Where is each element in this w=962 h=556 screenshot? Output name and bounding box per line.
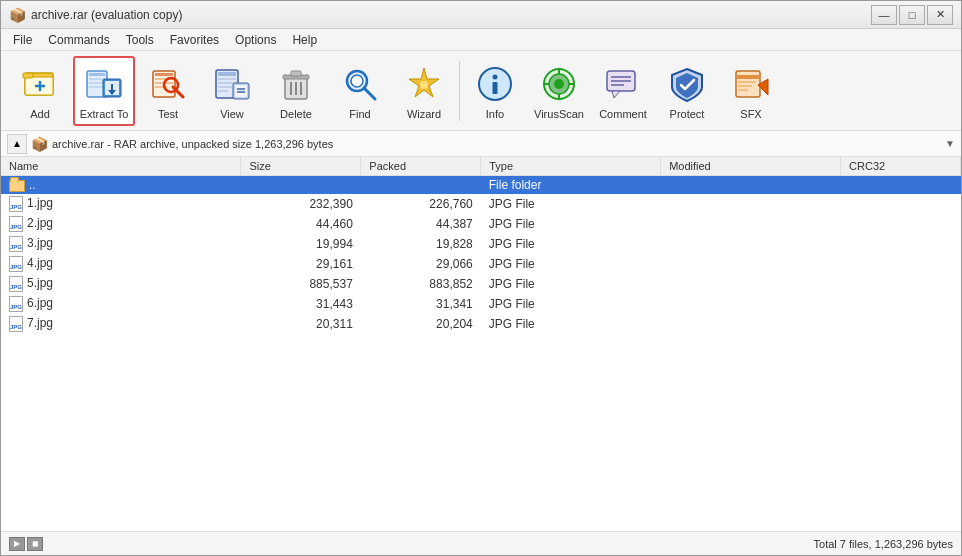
table-row[interactable]: JPG7.jpg20,31120,204JPG File xyxy=(1,314,961,334)
cell-type: File folder xyxy=(481,176,661,195)
delete-label: Delete xyxy=(280,108,312,120)
cell-packed: 883,852 xyxy=(361,274,481,294)
svg-rect-24 xyxy=(218,86,232,88)
cell-name: JPG5.jpg xyxy=(1,274,241,294)
cell-packed: 226,760 xyxy=(361,194,481,214)
menu-commands[interactable]: Commands xyxy=(40,31,117,49)
menu-bar: File Commands Tools Favorites Options He… xyxy=(1,29,961,51)
cell-packed: 31,341 xyxy=(361,294,481,314)
cell-crc32 xyxy=(841,194,961,214)
cell-modified xyxy=(661,314,841,334)
app-icon: 📦 xyxy=(9,7,25,23)
table-row[interactable]: JPG4.jpg29,16129,066JPG File xyxy=(1,254,961,274)
table-row[interactable]: JPG1.jpg232,390226,760JPG File xyxy=(1,194,961,214)
toolbar-sfx-button[interactable]: SFX xyxy=(720,56,782,126)
table-header-row: Name Size Packed Type Modified CRC32 xyxy=(1,157,961,176)
status-left: ▶ ◼ xyxy=(9,537,43,551)
col-header-size[interactable]: Size xyxy=(241,157,361,176)
cell-size: 885,537 xyxy=(241,274,361,294)
status-text: Total 7 files, 1,263,296 bytes xyxy=(814,538,953,550)
svg-point-40 xyxy=(420,81,428,89)
toolbar-separator-1 xyxy=(459,61,460,121)
cell-packed: 44,387 xyxy=(361,214,481,234)
svg-rect-56 xyxy=(736,71,760,97)
svg-rect-27 xyxy=(235,85,247,97)
minimize-button[interactable]: — xyxy=(871,5,897,25)
jpg-file-icon: JPG xyxy=(9,276,23,292)
svg-rect-6 xyxy=(89,73,105,76)
svg-point-46 xyxy=(554,79,564,89)
info-icon xyxy=(473,62,517,106)
col-header-name[interactable]: Name xyxy=(1,157,241,176)
title-buttons: — □ ✕ xyxy=(871,5,953,25)
wizard-icon xyxy=(402,62,446,106)
table-row[interactable]: JPG2.jpg44,46044,387JPG File xyxy=(1,214,961,234)
cell-modified xyxy=(661,234,841,254)
comment-label: Comment xyxy=(599,108,647,120)
toolbar-find-button[interactable]: Find xyxy=(329,56,391,126)
cell-size: 44,460 xyxy=(241,214,361,234)
cell-type: JPG File xyxy=(481,294,661,314)
col-header-modified[interactable]: Modified xyxy=(661,157,841,176)
cell-type: JPG File xyxy=(481,314,661,334)
cell-modified xyxy=(661,254,841,274)
svg-rect-2 xyxy=(23,73,33,78)
close-button[interactable]: ✕ xyxy=(927,5,953,25)
add-label: Add xyxy=(30,108,50,120)
cell-size: 19,994 xyxy=(241,234,361,254)
jpg-file-icon: JPG xyxy=(9,196,23,212)
address-dropdown-icon[interactable]: ▼ xyxy=(945,138,955,149)
cell-modified xyxy=(661,194,841,214)
menu-favorites[interactable]: Favorites xyxy=(162,31,227,49)
main-window: 📦 archive.rar (evaluation copy) — □ ✕ Fi… xyxy=(0,0,962,556)
cell-modified xyxy=(661,274,841,294)
toolbar-virusscan-button[interactable]: VirusScan xyxy=(528,56,590,126)
toolbar-protect-button[interactable]: Protect xyxy=(656,56,718,126)
extract-icon xyxy=(82,62,126,106)
cell-modified xyxy=(661,294,841,314)
svg-point-42 xyxy=(493,74,498,79)
table-row[interactable]: JPG5.jpg885,537883,852JPG File xyxy=(1,274,961,294)
menu-tools[interactable]: Tools xyxy=(118,31,162,49)
menu-file[interactable]: File xyxy=(5,31,40,49)
toolbar-test-button[interactable]: Test xyxy=(137,56,199,126)
nav-up-button[interactable]: ▲ xyxy=(7,134,27,154)
toolbar-comment-button[interactable]: Comment xyxy=(592,56,654,126)
toolbar-info-button[interactable]: Info xyxy=(464,56,526,126)
toolbar-extract-button[interactable]: Extract To xyxy=(73,56,135,126)
col-header-packed[interactable]: Packed xyxy=(361,157,481,176)
cell-packed xyxy=(361,176,481,195)
table-row[interactable]: JPG3.jpg19,99419,828JPG File xyxy=(1,234,961,254)
cell-name: JPG4.jpg xyxy=(1,254,241,274)
table-row[interactable]: JPG6.jpg31,44331,341JPG File xyxy=(1,294,961,314)
col-header-type[interactable]: Type xyxy=(481,157,661,176)
toolbar-delete-button[interactable]: Delete xyxy=(265,56,327,126)
svg-rect-22 xyxy=(218,78,236,80)
cell-name: .. xyxy=(1,176,241,195)
find-label: Find xyxy=(349,108,370,120)
col-header-crc32[interactable]: CRC32 xyxy=(841,157,961,176)
svg-rect-57 xyxy=(736,75,760,79)
extract-label: Extract To xyxy=(80,108,129,120)
window-title: archive.rar (evaluation copy) xyxy=(31,8,182,22)
folder-icon xyxy=(9,180,25,192)
address-archive-icon: 📦 xyxy=(31,136,48,152)
cell-packed: 29,066 xyxy=(361,254,481,274)
svg-rect-21 xyxy=(218,72,236,76)
toolbar-view-button[interactable]: View xyxy=(201,56,263,126)
menu-help[interactable]: Help xyxy=(284,31,325,49)
svg-rect-60 xyxy=(738,89,748,91)
toolbar-wizard-button[interactable]: Wizard xyxy=(393,56,455,126)
table-row[interactable]: ..File folder xyxy=(1,176,961,195)
cell-name: JPG3.jpg xyxy=(1,234,241,254)
info-label: Info xyxy=(486,108,504,120)
cell-crc32 xyxy=(841,254,961,274)
menu-options[interactable]: Options xyxy=(227,31,284,49)
toolbar-add-button[interactable]: Add xyxy=(9,56,71,126)
address-bar: ▲ 📦 archive.rar - RAR archive, unpacked … xyxy=(1,131,961,157)
maximize-button[interactable]: □ xyxy=(899,5,925,25)
cell-name: JPG2.jpg xyxy=(1,214,241,234)
view-label: View xyxy=(220,108,244,120)
cell-modified xyxy=(661,214,841,234)
cell-name: JPG6.jpg xyxy=(1,294,241,314)
